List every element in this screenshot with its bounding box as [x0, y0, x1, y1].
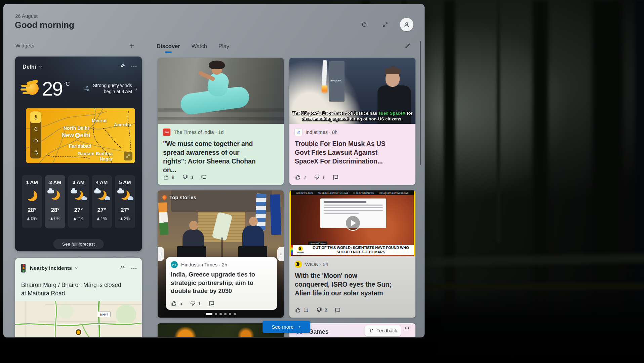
map-layer-precipitation-button[interactable] [30, 123, 41, 135]
expand-panel-button[interactable] [379, 19, 391, 30]
map-layer-wind-button[interactable] [30, 147, 41, 158]
flame-icon [161, 194, 167, 200]
chevron-right-icon[interactable] [134, 87, 138, 91]
news-card-indiatimes[interactable]: SPACEX The US govt's Department of Justi… [289, 58, 415, 185]
carousel-story-card[interactable]: HT Hindustan Times · 2h India, Greece up… [166, 257, 277, 310]
carousel-prev-button[interactable] [158, 247, 164, 261]
more-options-clipped-button[interactable] [405, 327, 409, 329]
comment-button[interactable] [332, 174, 339, 180]
incident-marker[interactable] [76, 329, 81, 335]
add-widget-button[interactable] [126, 40, 137, 51]
publisher-meta: Indiatimes · 8h [306, 130, 337, 135]
pin-widget-button[interactable] [120, 63, 125, 70]
hour-forecast-4am[interactable]: 4 AM 27° 1% [92, 175, 112, 228]
carousel-next-button[interactable] [277, 247, 284, 261]
like-button[interactable]: 11 [295, 307, 309, 313]
play-button[interactable] [345, 215, 361, 231]
dislike-button[interactable]: 1 [190, 300, 201, 306]
article-headline[interactable]: Trouble For Elon Musk As US Govt Files L… [295, 140, 398, 166]
tab-watch[interactable]: Watch [192, 42, 207, 50]
comment-button[interactable] [208, 300, 215, 306]
hourly-forecast: 1 AM 28° 0% 2 AM 28° 0% 3 AM 27° 2% 4 AM… [22, 175, 135, 228]
comment-button[interactable] [334, 307, 341, 313]
weather-map[interactable]: Meerut North Delhi New Delhi Faridabad G… [26, 108, 135, 163]
carousel-dot-active[interactable] [206, 313, 212, 315]
comment-button[interactable] [201, 174, 207, 180]
news-card-times-of-india[interactable]: TOI The Times of India · 1d "We must com… [158, 58, 284, 185]
dislike-button[interactable]: 1 [314, 174, 325, 180]
hour-forecast-1am[interactable]: 1 AM 28° 0% [22, 175, 42, 228]
carousel-dot[interactable] [219, 313, 222, 315]
hour-forecast-3am[interactable]: 3 AM 27° 2% [68, 175, 88, 228]
thumbs-up-icon [295, 307, 301, 313]
pin-icon [120, 63, 125, 69]
droplet-icon [97, 217, 100, 221]
pin-widget-button[interactable] [120, 265, 125, 272]
hour-forecast-5am[interactable]: 5 AM 27° 2% [115, 175, 135, 228]
games-label: Games [309, 328, 328, 335]
map-city-label: North Delhi [64, 125, 89, 131]
comment-icon [332, 174, 339, 180]
comment-icon [201, 174, 207, 180]
expand-icon [126, 154, 130, 158]
news-card-wion[interactable]: wionews.com facebook.com/WIONews x.com/W… [289, 190, 415, 318]
carousel-dot[interactable] [234, 313, 236, 315]
article-headline[interactable]: "We must come together and spread awaren… [163, 140, 262, 175]
like-button[interactable]: 8 [163, 174, 174, 180]
see-more-button[interactable]: See more [263, 321, 310, 333]
profile-avatar[interactable] [400, 18, 413, 31]
video-topbar: wionews.com facebook.com/WIONews x.com/W… [291, 190, 414, 195]
incidents-title-selector[interactable]: Nearby incidents [30, 265, 79, 271]
banner-headline: OUT OF THIS WORLD: SCIENTISTS HAVE FOUND… [311, 246, 411, 254]
thumbs-up-icon [163, 174, 169, 180]
map-layer-cloud-button[interactable] [30, 135, 41, 147]
weather-more-options-button[interactable] [130, 65, 138, 69]
news-card-top-stories-carousel[interactable]: Top stories HT Hindustan Times · 2h Indi… [158, 190, 284, 318]
temperature-unit: °C [64, 81, 70, 87]
edit-feed-button[interactable] [402, 40, 413, 51]
droplet-icon [120, 217, 123, 221]
map-location-marker [75, 133, 80, 138]
tab-play[interactable]: Play [218, 42, 229, 50]
dislike-button[interactable]: 3 [182, 174, 193, 180]
refresh-button[interactable] [359, 19, 370, 30]
thermometer-icon [33, 114, 39, 120]
droplet-icon [50, 217, 53, 221]
dislike-count: 1 [198, 301, 201, 306]
carousel-dot[interactable] [229, 313, 231, 315]
like-button[interactable]: 2 [295, 174, 306, 180]
like-button[interactable]: 5 [171, 300, 182, 306]
publisher-logo-hindustan-times: HT [171, 261, 178, 268]
wion-logo-icon [298, 246, 303, 251]
incidents-more-options-button[interactable] [130, 266, 138, 270]
map-layer-temperature-button[interactable] [30, 111, 41, 123]
droplet-icon [33, 126, 39, 132]
carousel-dot[interactable] [224, 313, 227, 315]
nearby-incidents-widget[interactable]: Nearby incidents Bhairon Marg / Bhairoṅ … [15, 258, 142, 337]
tree-trunk [497, 0, 500, 242]
widgets-section-label: Widgets [15, 43, 34, 49]
feed-scrollbar[interactable] [420, 41, 421, 165]
feedback-person-icon [369, 328, 374, 333]
incidents-map[interactable]: NH44 [15, 301, 142, 337]
incidents-title-label: Nearby incidents [30, 265, 72, 271]
publisher-meta: The Times of India · 1d [174, 130, 224, 135]
carousel-dot[interactable] [215, 313, 217, 315]
hour-forecast-2am[interactable]: 2 AM 28° 0% [45, 175, 65, 228]
weather-widget[interactable]: Delhi 29 °C Strong gusty winds b [15, 57, 142, 251]
feedback-button[interactable]: Feedback [365, 325, 401, 336]
article-headline[interactable]: India, Greece upgrade ties to strategic … [171, 270, 272, 295]
map-expand-button[interactable] [124, 152, 132, 160]
wind-icon [84, 85, 90, 92]
weather-location-selector[interactable]: Delhi [23, 64, 43, 70]
see-full-forecast-button[interactable]: See full forecast [53, 239, 104, 249]
article-headline[interactable]: With the 'Moon' now conquered, ISRO eyes… [295, 271, 392, 298]
dislike-button[interactable]: 2 [316, 307, 327, 313]
droplet-icon [73, 217, 76, 221]
tab-discover[interactable]: Discover [157, 42, 180, 50]
dislike-count: 1 [322, 175, 325, 180]
like-count: 5 [179, 301, 182, 306]
moon-cloud-icon [45, 189, 65, 204]
article-image: SPACEX The US govt's Department of Justi… [289, 58, 415, 124]
video-banner: WION OUT OF THIS WORLD: SCIENTISTS HAVE … [291, 245, 414, 255]
